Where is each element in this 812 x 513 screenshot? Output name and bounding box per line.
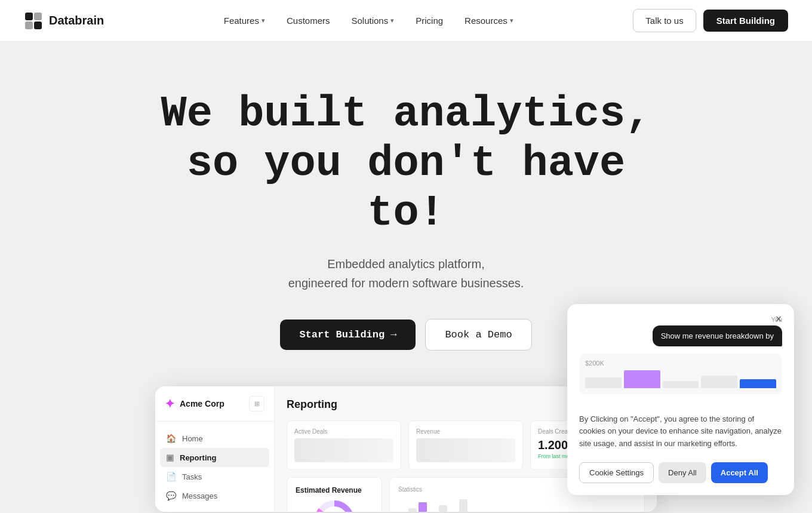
deny-all-button[interactable]: Deny All [659, 462, 706, 483]
chevron-down-icon: ▾ [262, 17, 265, 24]
sidebar-expand-button[interactable]: ⊞ [249, 396, 264, 411]
messages-icon: 💬 [166, 491, 176, 500]
navbar: Databrain Features ▾ Customers Solutions… [0, 0, 812, 42]
active-deals-label: Active Deals [294, 428, 393, 435]
chevron-down-icon: ▾ [510, 17, 513, 24]
sidebar-nav: 🏠 Home ▣ Reporting 📄 Tasks 💬 Messages [155, 422, 274, 505]
donut-svg [313, 499, 355, 512]
start-building-nav-button[interactable]: Start Building [703, 10, 788, 32]
start-building-hero-button[interactable]: Start Building → [280, 320, 416, 350]
svg-rect-2 [25, 21, 33, 29]
cookie-settings-button[interactable]: Cookie Settings [579, 462, 654, 483]
brand-star-icon: ✦ [165, 397, 175, 411]
nav-pricing[interactable]: Pricing [407, 11, 451, 30]
home-icon: 🏠 [166, 434, 176, 443]
logo-text: Databrain [49, 14, 104, 27]
app-sidebar: ✦ Acme Corp ⊞ 🏠 Home ▣ Reporting 📄 Tasks [155, 386, 275, 512]
revenue-card: Revenue [408, 420, 523, 470]
nav-actions: Talk to us Start Building [633, 9, 788, 32]
cookie-consent-actions: Cookie Settings Deny All Accept All [567, 462, 794, 495]
close-button[interactable]: × [770, 311, 787, 328]
revenue-label: Revenue [416, 428, 515, 435]
chat-mini-bars [585, 370, 776, 388]
sidebar-item-tasks[interactable]: 📄 Tasks [160, 467, 269, 486]
nav-customers[interactable]: Customers [278, 11, 339, 30]
book-demo-button[interactable]: Book a Demo [425, 319, 531, 351]
svg-rect-0 [25, 13, 33, 20]
logo-link[interactable]: Databrain [24, 11, 104, 30]
chevron-down-icon: ▾ [390, 17, 394, 24]
hero-title: We built analytics, so you don't have to… [137, 90, 675, 238]
estimated-revenue-card: Estimated Revenue [287, 477, 382, 512]
nav-resources[interactable]: Resources ▾ [456, 11, 522, 30]
cookie-consent-text: By Clicking on "Accept", you agree to th… [567, 401, 794, 462]
you-label: You [653, 316, 782, 323]
sidebar-brand: ✦ Acme Corp [165, 397, 224, 411]
chat-body: You Show me revenue breakdown by $200K [567, 304, 794, 394]
chat-bubble: Show me revenue breakdown by [653, 325, 782, 346]
nav-features[interactable]: Features ▾ [216, 11, 273, 30]
talk-to-us-button[interactable]: Talk to us [633, 9, 696, 32]
bar-chart [398, 496, 636, 512]
hero-buttons: Start Building → Book a Demo [280, 319, 531, 351]
nav-links: Features ▾ Customers Solutions ▾ Pricing… [216, 11, 522, 30]
chat-chart-label: $200K [585, 360, 776, 367]
sidebar-item-messages[interactable]: 💬 Messages [160, 486, 269, 505]
sidebar-header: ✦ Acme Corp ⊞ [155, 396, 274, 422]
reporting-icon: ▣ [166, 453, 174, 462]
active-deals-card: Active Deals [287, 420, 401, 470]
chat-overlay: × You Show me revenue breakdown by $200K… [567, 304, 794, 495]
svg-rect-1 [34, 13, 42, 20]
donut-chart [296, 499, 373, 512]
estimated-revenue-title: Estimated Revenue [296, 486, 373, 494]
logo-icon [24, 11, 43, 30]
tasks-icon: 📄 [166, 472, 176, 481]
sidebar-item-reporting[interactable]: ▣ Reporting [160, 448, 269, 467]
svg-rect-3 [34, 21, 42, 29]
accept-all-button[interactable]: Accept All [711, 462, 768, 483]
arrow-right-icon: → [390, 329, 396, 340]
hero-subtitle: Embedded analytics platform, engineered … [288, 254, 524, 293]
nav-solutions[interactable]: Solutions ▾ [343, 11, 403, 30]
chat-chart-preview: $200K [579, 354, 782, 394]
chat-message-you: You Show me revenue breakdown by [579, 316, 782, 346]
sidebar-item-home[interactable]: 🏠 Home [160, 429, 269, 448]
